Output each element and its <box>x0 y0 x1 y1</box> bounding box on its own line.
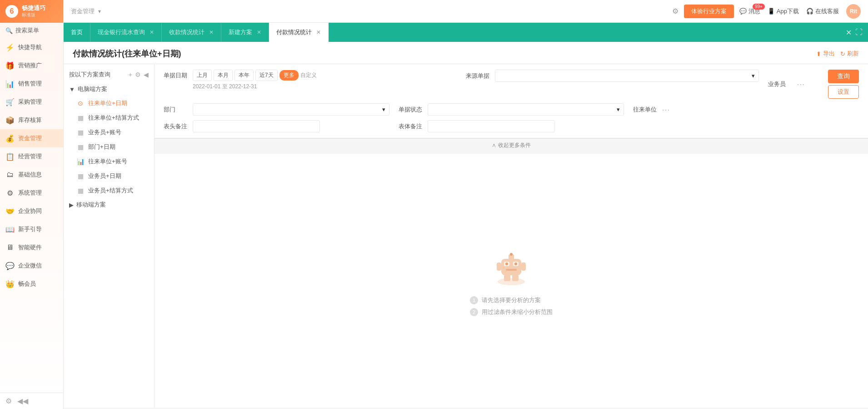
sidebar-nav: ⚡ 快捷导航 🎁 营销推广 📊 销售管理 🛒 采购管理 📦 库存核算 💰 资金管… <box>0 38 63 393</box>
right-area: 单据日期 上月 本月 本年 近7天 更多 自定义 <box>155 64 868 408</box>
settings-btn[interactable]: 设置 <box>828 85 859 99</box>
date-this-year-btn[interactable]: 本年 <box>234 70 254 81</box>
source-select-arrow: ▾ <box>752 72 755 79</box>
date-filter-options: 上月 本月 本年 近7天 更多 自定义 2022-01-01 至 2022-12… <box>193 70 317 91</box>
scheme-partner-account[interactable]: 📊 往来单位+账号 <box>64 154 154 169</box>
date-this-month-btn[interactable]: 本月 <box>214 70 233 81</box>
scheme-partner-date[interactable]: ⊙ 往来单位+日期 <box>64 96 154 111</box>
sidebar-logo: 6 畅捷通巧 标准版 <box>0 0 63 23</box>
table-head-note-input[interactable] <box>193 120 320 132</box>
empty-tip-2: 2 用过滤条件来缩小分析范围 <box>470 308 553 316</box>
scheme-settings-icon[interactable]: ⚙ <box>135 71 141 78</box>
sidebar-item-marketing[interactable]: 🎁 营销推广 <box>0 56 63 75</box>
scheme-staff-settle-icon: ▦ <box>76 187 85 195</box>
sidebar-item-inventory[interactable]: 📦 库存核算 <box>0 111 63 129</box>
purchase-icon: 🛒 <box>5 97 15 106</box>
svg-rect-10 <box>521 263 526 271</box>
maximize-tab-icon[interactable]: ⛶ <box>855 28 863 36</box>
scheme-staff-date-icon: ▦ <box>76 172 85 180</box>
mobile-scheme-group[interactable]: ▶ 移动端方案 <box>64 198 154 212</box>
user-avatar[interactable]: Rit <box>846 4 861 19</box>
collapse-panel-icon[interactable]: ◀ <box>144 71 149 78</box>
table-head-note-label: 表头备注 <box>164 122 189 131</box>
scheme-staff-settle[interactable]: ▦ 业务员+结算方式 <box>64 183 154 198</box>
dept-select[interactable]: ▾ <box>193 103 389 116</box>
sidebar-item-quick-nav[interactable]: ⚡ 快捷导航 <box>0 38 63 56</box>
collapse-filter-btn[interactable]: ∧ 收起更多条件 <box>155 138 868 152</box>
breadcrumb-dropdown-icon[interactable]: ▾ <box>98 8 101 15</box>
tab-new-scheme-close[interactable]: ✕ <box>257 29 261 35</box>
export-icon: ⬆ <box>816 50 821 57</box>
tab-payment-stat[interactable]: 收款情况统计 ✕ <box>162 23 221 42</box>
table-body-note-input[interactable] <box>428 120 555 132</box>
sidebar-item-capital[interactable]: 💰 资金管理 <box>0 129 63 147</box>
main-area: 资金管理 ▾ ⚙ 体验行业方案 💬 消息 99+ 📱 App下载 🎧 在线客服 … <box>64 0 868 409</box>
sidebar-item-guide[interactable]: 📖 新手引导 <box>0 220 63 238</box>
close-tab-icon[interactable]: ✕ <box>846 28 852 37</box>
search-menu[interactable]: 🔍 搜索菜单 <box>0 23 63 38</box>
sidebar-item-cooperation[interactable]: 🤝 企业协同 <box>0 202 63 220</box>
partner-dots[interactable]: ··· <box>662 106 670 113</box>
staff-dots[interactable]: ··· <box>797 81 805 88</box>
capital-icon: 💰 <box>5 134 15 143</box>
sidebar-item-operation[interactable]: 📋 经营管理 <box>0 147 63 166</box>
tab-payment-stat2-close[interactable]: ✕ <box>316 29 321 35</box>
breadcrumb: 资金管理 ▾ <box>71 7 667 15</box>
tab-new-scheme[interactable]: 新建方案 ✕ <box>221 23 269 42</box>
sidebar-item-hardware[interactable]: 🖥 智能硬件 <box>0 238 63 257</box>
message-btn[interactable]: 💬 消息 99+ <box>739 7 760 15</box>
app-icon: 📱 <box>768 8 775 15</box>
empty-state: 1 请先选择要分析的方案 2 用过滤条件来缩小分析范围 <box>155 154 868 408</box>
scheme-staff-account-icon: ▦ <box>76 128 85 136</box>
header-right: 💬 消息 99+ 📱 App下载 🎧 在线客服 Rit <box>739 4 861 19</box>
sidebar-item-system[interactable]: ⚙ 系统管理 <box>0 184 63 202</box>
date-last-7days-btn[interactable]: 近7天 <box>255 70 278 81</box>
page-header: 付款情况统计(往来单位+日期) ⬆ 导出 ↻ 刷新 <box>64 42 868 64</box>
scheme-partner-settle[interactable]: ▦ 往来单位+结算方式 <box>64 111 154 125</box>
tab-actions: ✕ ⛶ <box>840 23 868 42</box>
app-download-btn[interactable]: 📱 App下载 <box>768 7 799 15</box>
trial-btn[interactable]: 体验行业方案 <box>684 5 734 18</box>
bill-status-select[interactable]: ▾ <box>428 103 624 116</box>
sidebar-item-sales[interactable]: 📊 销售管理 <box>0 75 63 93</box>
left-panel-title: 按以下方案查询 <box>69 71 110 79</box>
source-select[interactable]: ▾ <box>495 70 759 82</box>
date-last-month-btn[interactable]: 上月 <box>193 70 212 81</box>
export-btn[interactable]: ⬆ 导出 <box>816 50 835 58</box>
sidebar-item-wechat[interactable]: 💬 企业微信 <box>0 257 63 275</box>
collapse-sidebar-icon[interactable]: ◀◀ <box>17 397 28 405</box>
scheme-dept-date[interactable]: ▦ 部门+日期 <box>64 140 154 154</box>
breadcrumb-text: 资金管理 <box>71 7 95 15</box>
svg-rect-11 <box>504 275 510 281</box>
sidebar-item-basic[interactable]: 🗂 基础信息 <box>0 166 63 184</box>
settings-bottom-icon[interactable]: ⚙ <box>5 397 12 405</box>
sales-icon: 📊 <box>5 79 15 88</box>
sidebar-item-purchase[interactable]: 🛒 采购管理 <box>0 93 63 111</box>
tab-home[interactable]: 首页 <box>64 23 90 42</box>
refresh-btn[interactable]: ↻ 刷新 <box>840 50 859 58</box>
system-icon: ⚙ <box>5 188 15 197</box>
header-settings-icon[interactable]: ⚙ <box>672 7 678 15</box>
query-btn[interactable]: 查询 <box>828 70 859 83</box>
scheme-staff-date[interactable]: ▦ 业务员+日期 <box>64 169 154 183</box>
sidebar-item-member[interactable]: 👑 畅会员 <box>0 275 63 293</box>
online-service-btn[interactable]: 🎧 在线客服 <box>806 7 839 15</box>
date-more-btn[interactable]: 更多 <box>279 70 299 81</box>
page-header-actions: ⬆ 导出 ↻ 刷新 <box>816 50 859 58</box>
scheme-partner-date-icon: ⊙ <box>76 99 85 107</box>
tab-payment-stat2[interactable]: 付款情况统计 ✕ <box>269 23 329 42</box>
tab-payment-stat-close[interactable]: ✕ <box>209 29 214 35</box>
add-scheme-icon[interactable]: + <box>129 71 132 78</box>
svg-rect-1 <box>501 259 521 275</box>
date-custom-label[interactable]: 自定义 <box>300 71 317 79</box>
scheme-partner-account-icon: 📊 <box>76 157 85 166</box>
dept-filter-label: 部门 <box>164 106 189 114</box>
dept-select-arrow: ▾ <box>382 106 385 113</box>
tab-cash-flow[interactable]: 现金银行流水查询 ✕ <box>90 23 162 42</box>
desktop-scheme-group[interactable]: ▼ 电脑端方案 <box>64 82 154 96</box>
svg-point-0 <box>498 278 525 285</box>
scheme-staff-account[interactable]: ▦ 业务员+账号 <box>64 125 154 140</box>
tab-cash-flow-close[interactable]: ✕ <box>150 29 154 35</box>
page-content: 付款情况统计(往来单位+日期) ⬆ 导出 ↻ 刷新 按以下方案查询 + <box>64 42 868 409</box>
message-badge: 99+ <box>753 4 765 10</box>
